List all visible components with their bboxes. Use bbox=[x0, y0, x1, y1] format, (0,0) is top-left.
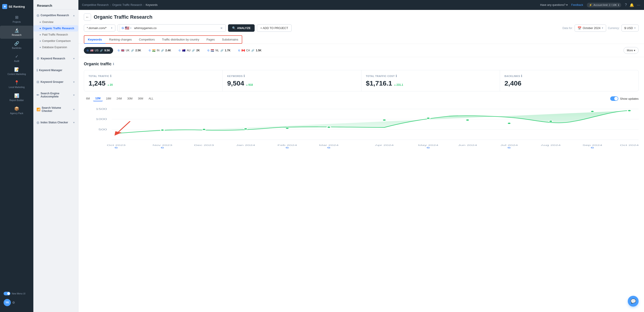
keyword-research-title[interactable]: ⚙ Keyword Research ▼ bbox=[33, 55, 78, 62]
time-btn-24m[interactable]: 24M bbox=[114, 96, 124, 101]
chevron-down-icon: ▼ bbox=[73, 121, 75, 124]
toggle-switch[interactable] bbox=[4, 292, 10, 295]
google-g-uk: G bbox=[118, 49, 120, 52]
index-status-title[interactable]: ◎ Index Status Checker ▼ bbox=[33, 119, 78, 126]
nav-item-competitor-comparison[interactable]: Competitor Comparison bbox=[33, 38, 78, 44]
tab-subdomains[interactable]: Subdomains bbox=[218, 36, 242, 44]
tab-traffic-distribution[interactable]: Traffic distribution by country bbox=[158, 36, 203, 44]
country-chip-au[interactable]: G 🇦🇺 AU 🔗 2K bbox=[176, 47, 203, 54]
sidebar-item-backlinks[interactable]: 🔗 Backlinks bbox=[0, 39, 33, 52]
sidebar-item-research[interactable]: 🔬 Research bbox=[0, 26, 33, 39]
time-btn-12m[interactable]: 12M bbox=[93, 96, 103, 101]
competitive-research-label: Competitive Research bbox=[40, 14, 69, 17]
time-btn-all[interactable]: ALL bbox=[146, 96, 156, 101]
country-chip-nl[interactable]: G 🇳🇱 NL 🔗 1.7K bbox=[204, 47, 234, 54]
currency-chevron-icon: ▾ bbox=[634, 26, 636, 29]
google-g-au: G bbox=[179, 49, 181, 52]
organic-traffic-section: Organic traffic ℹ TOTAL TRAFFIC ℹ 1,245 … bbox=[78, 57, 644, 154]
breadcrumb-competitive[interactable]: Competitive Research bbox=[82, 3, 108, 6]
keywords-info-icon[interactable]: ℹ bbox=[244, 74, 245, 78]
feedback-button[interactable]: Feedback bbox=[571, 3, 583, 6]
chevron-down-icon: ▼ bbox=[73, 57, 75, 60]
au-count: 2K bbox=[196, 49, 200, 52]
tab-ranking-changes[interactable]: Ranking changes bbox=[106, 36, 135, 44]
keyword-manager-title[interactable]: ℹ Keyword Manager bbox=[33, 67, 78, 74]
search-input[interactable] bbox=[133, 24, 219, 31]
time-btn-6m[interactable]: 6M bbox=[84, 96, 92, 101]
organic-traffic-info-icon[interactable]: ℹ bbox=[113, 62, 114, 66]
time-btn-30m[interactable]: 30M bbox=[125, 96, 135, 101]
help-circle-icon[interactable]: ? bbox=[625, 3, 627, 7]
svg-text:May 2024: May 2024 bbox=[418, 144, 438, 146]
menu-dots-icon[interactable]: ⋯ bbox=[637, 3, 640, 7]
topbar: Competitive Research › Organic Traffic R… bbox=[78, 0, 644, 10]
breadcrumb-organic[interactable]: Organic Traffic Research bbox=[112, 3, 142, 6]
chat-fab-button[interactable]: 💬 bbox=[628, 296, 638, 307]
clear-input-icon[interactable]: ✕ bbox=[219, 25, 224, 31]
search-autocomplete-section: ✏ Search Engine Autocomplete ▼ bbox=[33, 88, 78, 102]
new-menu-toggle[interactable]: New Menu UI bbox=[2, 290, 32, 297]
tabs-row: Keywords Ranking changes Competitors Tra… bbox=[84, 35, 242, 44]
traffic-cost-info-icon[interactable]: ℹ bbox=[396, 74, 397, 78]
show-updates-switch[interactable] bbox=[610, 96, 618, 101]
keyword-grouper-label: Keyword Grouper bbox=[40, 80, 63, 83]
link-icon-au: 🔗 bbox=[192, 49, 195, 52]
sidebar-item-content-marketing[interactable]: 📝 Content Marketing bbox=[0, 65, 33, 78]
topbar-icons: ? 🔔 ⋯ bbox=[625, 3, 640, 7]
show-updates-toggle[interactable]: Show updates bbox=[610, 96, 638, 101]
sidebar-item-agency-pack[interactable]: 📦 Agency Pack bbox=[0, 104, 33, 117]
sidebar-item-label: Report Builder bbox=[10, 99, 24, 102]
google-flag-button[interactable]: G 🇺🇸 ▾ bbox=[120, 25, 133, 31]
sidebar-item-report-builder[interactable]: 📊 Report Builder bbox=[0, 91, 33, 104]
sidebar: ★ SE Ranking ⊞ Projects 🔬 Research 🔗 Bac… bbox=[0, 0, 33, 312]
analyze-button[interactable]: 🔍 ANALYZE bbox=[228, 24, 255, 32]
currency-value: $ USD bbox=[624, 26, 633, 30]
more-countries-button[interactable]: More ▾ bbox=[624, 47, 638, 54]
total-traffic-info-icon[interactable]: ℹ bbox=[110, 74, 112, 78]
back-button[interactable]: ← bbox=[84, 13, 91, 21]
sidebar-item-label: Content Marketing bbox=[8, 73, 26, 76]
currency-selector[interactable]: $ USD ▾ bbox=[622, 24, 638, 31]
traffic-cost-value: $1,716.1 231.1 bbox=[366, 79, 495, 87]
country-chip-in[interactable]: G 🇮🇳 IN 🔗 2.4K bbox=[146, 47, 174, 54]
keyword-grouper-title[interactable]: ⊟ Keyword Grouper ▼ bbox=[33, 78, 78, 85]
tab-pages[interactable]: Pages bbox=[203, 36, 218, 44]
country-chip-us[interactable]: G 🇺🇸 US 🔗 9.5K bbox=[84, 47, 113, 54]
add-to-project-button[interactable]: + ADD TO PROJECT bbox=[257, 24, 291, 32]
nav-item-organic-traffic[interactable]: Organic Traffic Research bbox=[33, 25, 78, 31]
nav-item-paid-traffic[interactable]: Paid Traffic Research bbox=[33, 31, 78, 38]
svg-point-16 bbox=[507, 122, 511, 124]
help-button[interactable]: Have any questions? ▾ bbox=[540, 3, 568, 6]
more-chevron-icon: ▾ bbox=[634, 49, 635, 52]
account-limit-badge: ⚡ Account limit: 2 / 10K ℹ bbox=[587, 3, 621, 7]
bell-icon[interactable]: 🔔 bbox=[630, 3, 634, 7]
tab-competitors[interactable]: Competitors bbox=[136, 36, 158, 44]
sidebar-item-label: Local Marketing bbox=[9, 86, 25, 89]
nav-item-overview[interactable]: Overview bbox=[33, 19, 78, 25]
sidebar-item-audit[interactable]: ✓ Audit bbox=[0, 52, 33, 65]
backlinks-info-icon[interactable]: ℹ bbox=[521, 74, 522, 78]
us-count: 9.5K bbox=[104, 49, 110, 52]
country-chip-uk[interactable]: G 🇬🇧 UK 🔗 2.5K bbox=[115, 47, 144, 54]
time-btn-36m[interactable]: 36M bbox=[136, 96, 145, 101]
logo-text: SE Ranking bbox=[8, 5, 25, 8]
search-volume-title[interactable]: 📶 Search Volume Checker ▼ bbox=[33, 104, 78, 114]
svg-point-15 bbox=[466, 119, 469, 121]
search-volume-section: 📶 Search Volume Checker ▼ bbox=[33, 102, 78, 117]
breadcrumb-sep-2: › bbox=[144, 3, 144, 6]
keyword-research-section: ⚙ Keyword Research ▼ bbox=[33, 53, 78, 64]
competitive-research-title[interactable]: ◎ Competitive Research ▲ bbox=[33, 12, 78, 19]
stat-card-keywords: KEYWORDS ℹ 9,504 918 bbox=[223, 70, 361, 91]
date-picker-button[interactable]: 📅 October 2024 ▾ bbox=[574, 24, 606, 32]
country-chip-ca[interactable]: G 🇨🇦 CA 🔗 1.5K bbox=[235, 47, 264, 54]
sidebar-item-projects[interactable]: ⊞ Projects bbox=[0, 12, 33, 26]
tab-keywords[interactable]: Keywords bbox=[84, 36, 106, 44]
domain-selector[interactable]: *.domain.com/* ▾ bbox=[84, 24, 115, 31]
svg-text:Nov 2023: Nov 2023 bbox=[152, 144, 172, 146]
time-btn-18m[interactable]: 18M bbox=[104, 96, 113, 101]
user-menu[interactable]: YK ⚙ bbox=[2, 297, 32, 308]
nav-item-database-expansion[interactable]: Database Expansion bbox=[33, 44, 78, 50]
search-autocomplete-title[interactable]: ✏ Search Engine Autocomplete ▼ bbox=[33, 90, 78, 100]
stat-card-backlinks: BACKLINKS ℹ 2,406 bbox=[500, 70, 638, 91]
sidebar-item-local-marketing[interactable]: 📍 Local Marketing bbox=[0, 78, 33, 91]
